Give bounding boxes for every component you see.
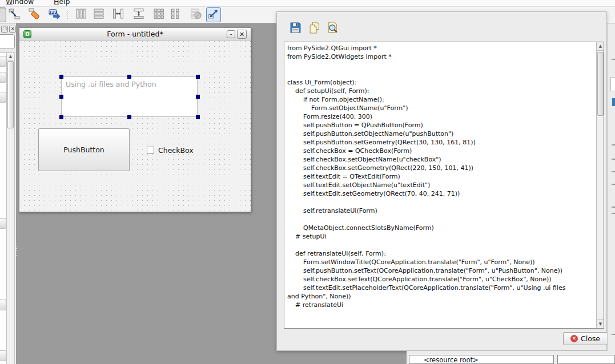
- svg-text:123: 123: [49, 10, 58, 15]
- scrollbar-thumb[interactable]: [7, 61, 14, 128]
- form-canvas[interactable]: Using .ui files and Python PushButton Ch…: [19, 41, 251, 212]
- resource-browser-dock: <resource root>: [407, 351, 615, 364]
- dock-float-button[interactable]: ❐: [1, 26, 8, 33]
- edit-tab-order-button[interactable]: 123: [47, 7, 62, 22]
- widget-category-item[interactable]: [0, 92, 6, 103]
- selection-handle[interactable]: [59, 95, 63, 99]
- row-edge-mark: [612, 213, 615, 214]
- code-line: [287, 70, 595, 78]
- layout-horizontally-button[interactable]: [74, 7, 89, 22]
- close-button-label: Close: [581, 334, 600, 343]
- selection-handle[interactable]: [127, 115, 131, 119]
- minimize-button[interactable]: -: [227, 30, 235, 38]
- code-line: [287, 61, 595, 70]
- grid-layout-icon: [152, 7, 165, 22]
- form-window-titlebar[interactable]: D Form - untitled* - ✕: [19, 28, 251, 41]
- edit-buddies-button[interactable]: [27, 7, 42, 22]
- row-edge-mark: [612, 59, 615, 60]
- widget-filter-input[interactable]: [0, 34, 15, 49]
- selection-handle[interactable]: [59, 75, 63, 79]
- code-line: [287, 198, 595, 207]
- code-view[interactable]: from PySide2.QtGui import *from PySide2.…: [284, 42, 604, 329]
- code-line: and Python", None)): [287, 292, 595, 301]
- layout-vertically-button[interactable]: [91, 7, 106, 22]
- find-icon: [326, 21, 339, 37]
- code-text: from PySide2.QtGui import *from PySide2.…: [284, 42, 596, 328]
- save-button[interactable]: [288, 21, 303, 36]
- scrollbar-thumb[interactable]: [597, 52, 604, 116]
- widget-category-item[interactable]: [0, 72, 6, 83]
- row-edge-mark: [612, 184, 615, 185]
- row-edge-mark: [612, 159, 615, 160]
- dock-close-button[interactable]: ✕: [9, 26, 16, 33]
- layout-vertical-icon: [93, 7, 105, 22]
- row-edge-mark: [612, 207, 615, 208]
- code-line: self.checkBox = QCheckBox(Form): [287, 147, 595, 155]
- code-line: self.pushButton.setText(QCoreApplication…: [287, 266, 595, 275]
- code-line: self.retranslateUi(Form): [287, 207, 595, 215]
- code-line: def retranslateUi(self, Form):: [287, 249, 595, 258]
- row-edge-mark: [612, 171, 615, 172]
- code-line: class Ui_Form(object):: [287, 78, 595, 87]
- edit-widgets-icon: [0, 7, 5, 22]
- widget-category-item[interactable]: [0, 218, 6, 229]
- edit-widgets-button[interactable]: [0, 7, 6, 22]
- menu-bar: Window Help: [0, 0, 615, 7]
- code-line: [287, 241, 595, 249]
- selection-handle[interactable]: [196, 95, 200, 99]
- selection-handle[interactable]: [196, 115, 200, 119]
- menu-help[interactable]: Help: [54, 0, 70, 6]
- resource-list-panel[interactable]: [557, 355, 615, 364]
- selection-handle[interactable]: [59, 115, 63, 119]
- row-edge-mark: [612, 334, 615, 335]
- selection-handle[interactable]: [127, 75, 131, 79]
- widget-box-dock: ❐ ✕ ▲: [0, 23, 16, 364]
- layout-vertical-splitter-button[interactable]: [131, 7, 146, 22]
- close-dialog-button[interactable]: ✕ Close: [563, 332, 608, 345]
- code-line: self.checkBox.setObjectName(u"checkBox"): [287, 155, 595, 164]
- widget-box-scrollbar[interactable]: ▲: [6, 53, 15, 364]
- edit-signals-slots-button[interactable]: [7, 7, 22, 22]
- selection-handle[interactable]: [196, 75, 200, 79]
- layout-grid-button[interactable]: [151, 7, 166, 22]
- buddy-tag-icon: [28, 7, 41, 22]
- textedit-widget[interactable]: Using .ui files and Python: [61, 76, 198, 117]
- scroll-up-arrow-icon[interactable]: ▲: [7, 53, 14, 60]
- resource-root-item[interactable]: <resource root>: [424, 356, 479, 364]
- code-line: self.checkBox.setGeometry(QRect(220, 150…: [287, 164, 595, 172]
- code-line: self.pushButton.setObjectName(u"pushButt…: [287, 130, 595, 138]
- layout-horizontal-splitter-button[interactable]: [111, 7, 126, 22]
- checkbox-label[interactable]: CheckBox: [158, 146, 194, 155]
- checkbox-indicator[interactable]: [147, 147, 154, 154]
- widget-category-item[interactable]: [0, 350, 6, 361]
- code-line: self.textEdit = QTextEdit(Form): [287, 172, 595, 181]
- dock-splitter-handle[interactable]: [16, 244, 17, 256]
- pushbutton-widget[interactable]: PushButton: [38, 128, 130, 171]
- code-line: self.pushButton.setGeometry(QRect(30, 13…: [287, 138, 595, 147]
- code-scrollbar[interactable]: ▲ ▼: [596, 42, 604, 328]
- menu-window[interactable]: Window: [6, 0, 34, 6]
- copy-button[interactable]: [307, 21, 321, 36]
- scroll-down-arrow-icon[interactable]: ▼: [597, 319, 604, 328]
- widget-category-item[interactable]: [0, 56, 6, 67]
- find-button[interactable]: [325, 21, 340, 36]
- code-line: if not Form.objectName():: [287, 95, 595, 104]
- selected-row-edge: [612, 98, 615, 106]
- code-line: [287, 215, 595, 224]
- row-edge-mark: [612, 144, 615, 145]
- code-line: # setupUi: [287, 232, 595, 241]
- toolbar-separator: [67, 10, 68, 20]
- adjust-size-button[interactable]: [206, 7, 221, 22]
- textedit-placeholder: Using .ui files and Python: [66, 80, 156, 88]
- close-window-button[interactable]: ✕: [237, 30, 247, 39]
- form-window-title: Form - untitled*: [19, 30, 251, 38]
- code-line: self.textEdit.setObjectName(u"textEdit"): [287, 181, 595, 189]
- property-row-edge: [610, 77, 615, 91]
- close-circle-icon: ✕: [570, 335, 578, 342]
- widget-category-item[interactable]: [0, 300, 6, 310]
- scroll-up-arrow-icon[interactable]: ▲: [597, 42, 604, 51]
- layout-form-button[interactable]: [168, 7, 183, 22]
- signals-slots-icon: [8, 7, 21, 22]
- widget-box-list[interactable]: ▲: [0, 52, 15, 364]
- resource-tree-panel[interactable]: <resource root>: [409, 355, 554, 364]
